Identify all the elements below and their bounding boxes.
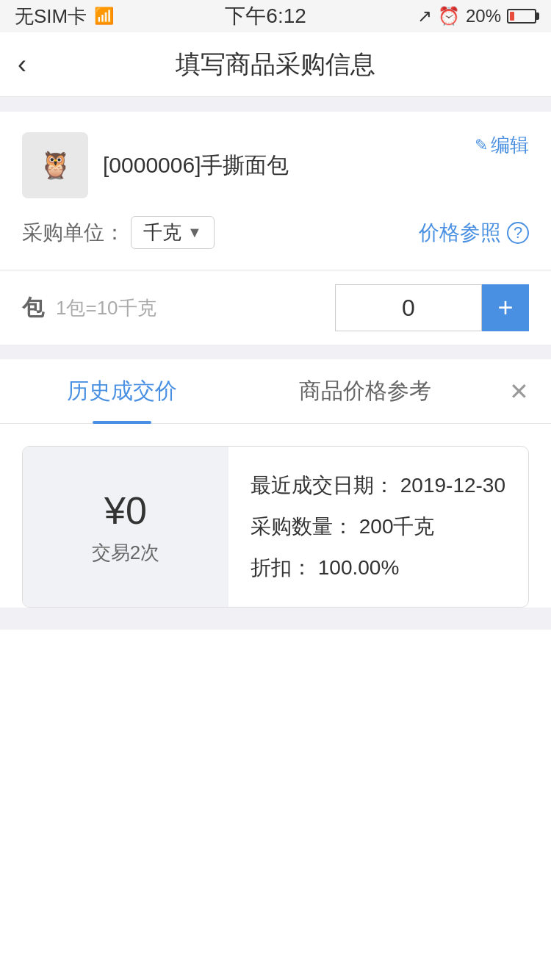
battery-icon bbox=[507, 9, 536, 24]
tabs-container: 历史成交价 商品价格参考 ✕ ¥0 交易2次 最近成交日期： 2019-12-3… bbox=[0, 359, 551, 608]
currency-symbol: ¥ bbox=[104, 489, 126, 532]
transaction-count: 交易2次 bbox=[92, 540, 159, 566]
price-value: 0 bbox=[126, 489, 147, 532]
battery-percentage: 20% bbox=[466, 6, 501, 26]
product-name: [0000006]手撕面包 bbox=[103, 151, 289, 181]
status-time: 下午6:12 bbox=[225, 2, 306, 30]
help-icon: ? bbox=[507, 222, 529, 244]
tab-history-price[interactable]: 历史成交价 bbox=[0, 359, 243, 424]
tabs-header: 历史成交价 商品价格参考 ✕ bbox=[0, 359, 551, 424]
package-conversion: 1包=10千克 bbox=[56, 295, 156, 321]
purchase-quantity-row: 采购数量： 200千克 bbox=[251, 511, 506, 542]
quantity-control: + bbox=[335, 284, 529, 331]
unit-value: 千克 bbox=[143, 220, 181, 245]
tab-active-indicator bbox=[93, 421, 151, 424]
quantity-info: 包 1包=10千克 bbox=[22, 293, 156, 323]
quantity-plus-button[interactable]: + bbox=[482, 284, 529, 331]
tab-history-label: 历史成交价 bbox=[67, 376, 177, 406]
transaction-card: ¥0 交易2次 最近成交日期： 2019-12-30 采购数量： 200千克 折… bbox=[22, 446, 529, 608]
transaction-price: ¥0 bbox=[104, 489, 147, 533]
recent-date-row: 最近成交日期： 2019-12-30 bbox=[251, 470, 506, 501]
quantity-section: 包 1包=10千克 + bbox=[0, 271, 551, 345]
edit-label: 编辑 bbox=[491, 132, 529, 158]
tabs-close-button[interactable]: ✕ bbox=[486, 359, 551, 424]
product-card: 🦉 [0000006]手撕面包 ✎ 编辑 采购单位： 千克 ▼ 价格参照 ? bbox=[0, 112, 551, 270]
recent-date-label: 最近成交日期： bbox=[251, 474, 395, 497]
transaction-details: 最近成交日期： 2019-12-30 采购数量： 200千克 折扣： 100.0… bbox=[228, 447, 528, 607]
tab-product-label: 商品价格参考 bbox=[299, 376, 431, 406]
quantity-label: 采购数量： bbox=[251, 515, 353, 538]
product-header: 🦉 [0000006]手撕面包 ✎ 编辑 bbox=[22, 132, 529, 198]
unit-select[interactable]: 千克 ▼ bbox=[131, 216, 215, 249]
nav-bar: ‹ 填写商品采购信息 bbox=[0, 32, 551, 97]
package-icon: 包 bbox=[22, 293, 44, 323]
transaction-summary: ¥0 交易2次 bbox=[23, 447, 228, 607]
recent-date-value: 2019-12-30 bbox=[400, 474, 505, 497]
alarm-icon: ⏰ bbox=[438, 6, 460, 26]
unit-dropdown-arrow: ▼ bbox=[187, 224, 202, 241]
bottom-area bbox=[0, 630, 551, 980]
location-icon: ↗ bbox=[417, 6, 432, 26]
discount-row: 折扣： 100.00% bbox=[251, 552, 506, 583]
wifi-icon: 📶 bbox=[94, 7, 114, 26]
product-thumbnail: 🦉 bbox=[22, 132, 88, 198]
back-button[interactable]: ‹ bbox=[18, 49, 26, 80]
unit-label: 采购单位： bbox=[22, 219, 125, 247]
product-unit-row: 采购单位： 千克 ▼ 价格参照 ? bbox=[22, 216, 529, 249]
edit-icon: ✎ bbox=[475, 136, 488, 155]
status-bar: 无SIM卡 📶 下午6:12 ↗ ⏰ 20% bbox=[0, 0, 551, 32]
discount-label: 折扣： bbox=[251, 556, 312, 579]
product-left: 🦉 [0000006]手撕面包 bbox=[22, 132, 289, 198]
price-ref-label: 价格参照 bbox=[419, 219, 501, 247]
tab-product-price-ref[interactable]: 商品价格参考 bbox=[243, 359, 486, 424]
quantity-value: 200千克 bbox=[359, 515, 435, 538]
product-logo: 🦉 bbox=[39, 150, 72, 181]
carrier-text: 无SIM卡 bbox=[15, 4, 87, 29]
edit-button[interactable]: ✎ 编辑 bbox=[475, 132, 529, 158]
status-left: 无SIM卡 📶 bbox=[15, 4, 114, 29]
status-right: ↗ ⏰ 20% bbox=[417, 6, 536, 26]
page-title: 填写商品采购信息 bbox=[176, 48, 375, 82]
discount-value: 100.00% bbox=[318, 556, 400, 579]
quantity-input[interactable] bbox=[335, 284, 482, 331]
price-reference-button[interactable]: 价格参照 ? bbox=[419, 219, 529, 247]
